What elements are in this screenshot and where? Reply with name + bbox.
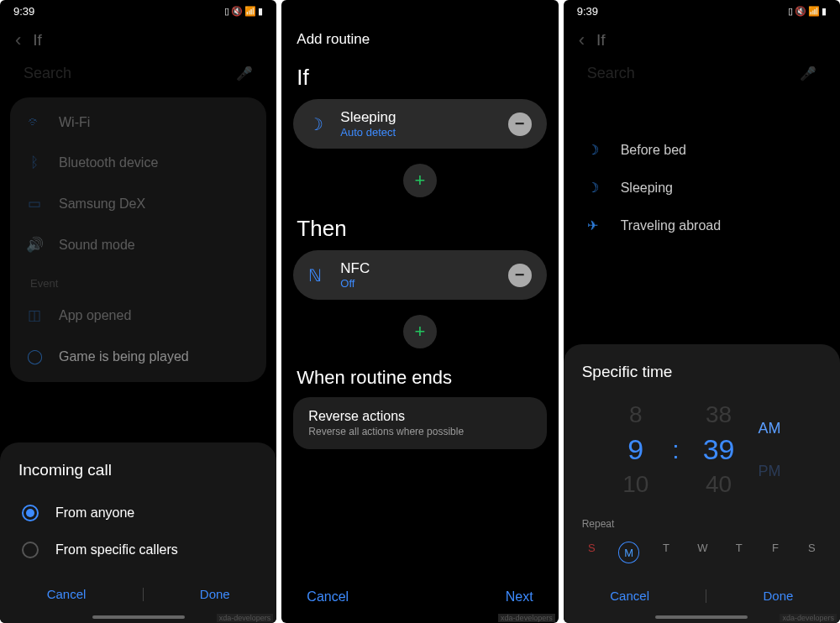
day-thu[interactable]: T — [729, 542, 748, 563]
day-sun[interactable]: S — [582, 542, 601, 563]
app-header: ‹ If — [0, 21, 276, 58]
condition-sound[interactable]: 🔊Sound mode — [10, 224, 266, 265]
minute-selected: 39 — [703, 433, 735, 466]
nfc-icon: ℕ — [308, 265, 328, 285]
cancel-button[interactable]: Cancel — [47, 587, 87, 601]
dex-icon: ▭ — [25, 195, 44, 212]
option-from-anyone[interactable]: From anyone — [18, 495, 258, 531]
card-title: Sleeping — [340, 109, 496, 126]
search-input[interactable]: Search 🎤 — [564, 58, 840, 97]
dimmed-background: ‹ If Search 🎤 ᯤWi-Fi ᛒBluetooth device ▭… — [0, 21, 276, 382]
search-placeholder: Search — [587, 65, 635, 82]
preset-sleeping[interactable]: ☽Sleeping — [564, 169, 840, 207]
sheet-title: Specific time — [582, 363, 822, 381]
pm-option[interactable]: PM — [758, 463, 780, 480]
bluetooth-icon: ᛒ — [25, 154, 44, 171]
section-if: If — [281, 53, 558, 99]
am-option[interactable]: AM — [758, 420, 780, 437]
screen-add-routine: 9:39 Add routine If ☽ Sleeping Auto dete… — [281, 0, 558, 623]
modal-title: Incoming call — [18, 461, 258, 479]
add-action-button[interactable]: + — [403, 315, 437, 348]
status-bar: 9:39 ▯🔇📶▮ — [564, 0, 840, 21]
time-picker[interactable]: 8 9 10 : 38 39 40 AM PM — [582, 396, 822, 510]
card-title: Reverse actions — [308, 409, 531, 424]
radio-checked-icon — [22, 505, 39, 521]
day-fri[interactable]: F — [765, 542, 785, 563]
day-mon[interactable]: M — [618, 542, 639, 563]
home-indicator[interactable] — [92, 615, 185, 619]
condition-dex[interactable]: ▭Samsung DeX — [10, 183, 266, 224]
day-sat[interactable]: S — [802, 542, 822, 563]
radio-icon — [22, 542, 39, 558]
page-title: If — [596, 31, 606, 50]
day-wed[interactable]: W — [693, 542, 712, 563]
then-action-card[interactable]: ℕ NFC Off − — [293, 250, 546, 300]
search-input[interactable]: Search 🎤 — [0, 58, 276, 97]
incoming-call-modal: Incoming call From anyone From specific … — [0, 442, 276, 623]
moon-icon: ☽ — [308, 114, 328, 134]
app-header: ‹ If — [564, 21, 840, 58]
reverse-actions-card[interactable]: Reverse actions Reverse all actions wher… — [293, 397, 546, 449]
condition-wifi[interactable]: ᯤWi-Fi — [10, 102, 266, 143]
condition-bluetooth[interactable]: ᛒBluetooth device — [10, 143, 266, 183]
moon-icon: ☽ — [587, 142, 606, 158]
ampm-toggle[interactable]: AM PM — [758, 420, 780, 480]
divider — [143, 588, 144, 601]
preset-traveling[interactable]: ✈Traveling abroad — [564, 207, 840, 244]
moon-icon: ☽ — [587, 180, 606, 196]
repeat-label: Repeat — [582, 518, 822, 530]
screen-if-conditions: 9:39 ▯🔇📶▮ ‹ If Search 🎤 ᯤWi-Fi ᛒBluetoot… — [0, 0, 276, 623]
apps-icon: ◫ — [25, 306, 44, 324]
divider — [706, 589, 706, 603]
cancel-button[interactable]: Cancel — [307, 589, 349, 605]
watermark: xda-developers — [217, 614, 274, 622]
home-indicator[interactable] — [655, 615, 748, 619]
condition-game[interactable]: ◯Game is being played — [10, 336, 266, 377]
watermark: xda-developers — [498, 614, 555, 622]
minute-wheel[interactable]: 38 39 40 — [703, 401, 735, 498]
done-button[interactable]: Done — [200, 587, 230, 601]
game-icon: ◯ — [25, 348, 44, 365]
section-end: When routine ends — [281, 355, 558, 397]
time-separator: : — [672, 436, 679, 464]
condition-list: ᯤWi-Fi ᛒBluetooth device ▭Samsung DeX 🔊S… — [10, 97, 266, 382]
clock: 9:39 — [13, 5, 34, 18]
option-specific-callers[interactable]: From specific callers — [18, 531, 258, 568]
sheet-actions: Cancel Done — [582, 589, 822, 603]
dimmed-background: ‹ If Search 🎤 ☽Before bed ☽Sleeping ✈Tra… — [564, 21, 840, 244]
card-subtitle: Auto detect — [340, 126, 496, 139]
modal-actions: Cancel Done — [18, 587, 258, 601]
search-placeholder: Search — [24, 65, 71, 82]
sound-icon: 🔊 — [25, 236, 44, 254]
category-label: Event — [10, 265, 266, 295]
day-selector: S M T W T F S — [582, 530, 822, 570]
page-title: Add routine — [281, 21, 558, 53]
status-icons: ▯🔇📶▮ — [788, 6, 827, 17]
day-tue[interactable]: T — [656, 542, 675, 563]
clock: 9:39 — [577, 5, 598, 18]
card-subtitle: Reverse all actions where possible — [308, 426, 531, 437]
preset-list: ☽Before bed ☽Sleeping ✈Traveling abroad — [564, 131, 840, 244]
status-bar: 9:39 ▯🔇📶▮ — [0, 0, 276, 21]
mic-icon[interactable]: 🎤 — [800, 65, 816, 81]
remove-button[interactable]: − — [508, 264, 532, 287]
if-condition-card[interactable]: ☽ Sleeping Auto detect − — [293, 99, 546, 149]
hour-selected: 9 — [627, 433, 643, 466]
card-title: NFC — [340, 260, 496, 277]
cancel-button[interactable]: Cancel — [610, 589, 649, 603]
wifi-icon: ᯤ — [25, 114, 44, 131]
add-condition-button[interactable]: + — [403, 164, 437, 197]
status-icons: ▯🔇📶▮ — [224, 6, 263, 17]
mic-icon[interactable]: 🎤 — [236, 65, 253, 81]
footer-actions: Cancel Next — [281, 589, 558, 605]
done-button[interactable]: Done — [763, 589, 793, 603]
back-icon[interactable]: ‹ — [15, 29, 21, 51]
hour-wheel[interactable]: 8 9 10 — [622, 401, 648, 498]
condition-app-opened[interactable]: ◫App opened — [10, 295, 266, 336]
remove-button[interactable]: − — [508, 113, 532, 136]
time-picker-sheet: Specific time 8 9 10 : 38 39 40 AM PM Re… — [564, 344, 840, 623]
preset-before-bed[interactable]: ☽Before bed — [564, 131, 840, 169]
next-button[interactable]: Next — [506, 589, 533, 605]
back-icon[interactable]: ‹ — [579, 29, 585, 51]
section-then: Then — [281, 204, 558, 250]
